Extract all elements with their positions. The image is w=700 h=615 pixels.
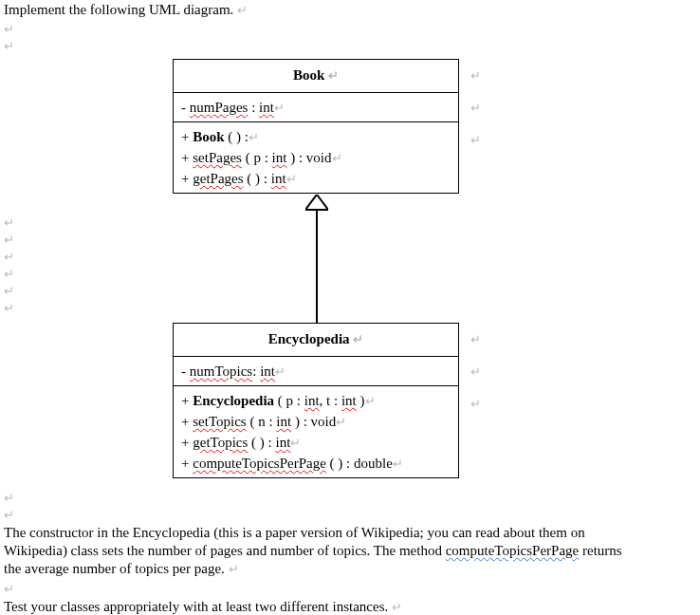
uml-title-book: Book ↵	[174, 60, 458, 93]
op-arg2: int	[341, 393, 357, 408]
uml-book-operations: + Book ( ) :↵ + setPages ( p : int ) : v…	[174, 122, 458, 193]
op-prefix: +	[181, 129, 193, 144]
paragraph-mark-icon: ↵	[229, 562, 239, 576]
paragraph-mark-icon: ↵	[4, 266, 14, 283]
explain-text-a: The constructor in the Encyclopedia (thi…	[4, 525, 585, 540]
paragraph-mark-icon: ↵	[336, 415, 346, 429]
encyc-attr-numtopics: - numTopics: int↵	[181, 361, 451, 382]
attr-type: int	[260, 363, 275, 379]
instruction-line: Implement the following UML diagram. ↵	[4, 0, 696, 19]
attr-sep: :	[252, 363, 260, 379]
paragraph-mark-icon: ↵	[470, 332, 481, 347]
explain-method-name: computeTopicsPerPage	[446, 543, 580, 558]
paragraph-mark-icon: ↵	[470, 364, 481, 380]
uml-class-encyclopedia: Encyclopedia ↵ - numTopics: int↵ + Encyc…	[173, 323, 459, 478]
paragraph-mark-icon: ↵	[4, 38, 14, 55]
op-prefix: +	[181, 435, 193, 450]
op-arg-type: int	[272, 150, 287, 165]
book-op-setpages: + setPages ( p : int ) : void↵	[181, 147, 451, 168]
paragraph-mark-icon: ↵	[392, 600, 402, 614]
op-name: getTopics	[193, 435, 248, 450]
op-sig: ( p :	[274, 393, 304, 408]
paragraph-mark-icon: ↵	[470, 101, 481, 116]
op-sig2: ) : void	[291, 414, 336, 429]
svg-marker-0	[305, 195, 328, 210]
encyc-op-constructor: + Encyclopedia ( p : int, t : int )↵	[181, 390, 451, 411]
paragraph-mark-icon: ↵	[4, 21, 14, 38]
paragraph-mark-icon: ↵	[353, 332, 363, 346]
encyc-op-gettopics: + getTopics ( ) : int↵	[181, 432, 451, 453]
op-sig: ( ) :	[244, 171, 271, 186]
margin-marks-bottom: ↵ ↵	[4, 490, 14, 524]
op-sig: ( p :	[242, 150, 272, 165]
op-prefix: +	[181, 393, 193, 408]
explanation-paragraph: The constructor in the Encyclopedia (thi…	[4, 524, 691, 578]
paragraph-mark-icon: ↵	[286, 172, 297, 186]
op-ret-type: int	[271, 171, 286, 186]
paragraph-mark-icon: ↵	[4, 581, 14, 598]
explain-text-b: Wikipedia) class sets the number of page…	[4, 543, 446, 558]
test-instruction: Test your classes appropriately with at …	[4, 598, 691, 615]
attr-prefix: -	[181, 100, 190, 115]
paragraph-mark-icon: ↵	[4, 283, 14, 300]
op-name: Encyclopedia	[193, 393, 274, 408]
paragraph-mark-icon: ↵	[4, 300, 14, 317]
encyc-title-text: Encyclopedia	[268, 331, 350, 346]
op-name: Book	[193, 129, 224, 144]
paragraph-mark-icon: ↵	[365, 394, 376, 408]
explain-text-d: returns	[579, 543, 621, 558]
paragraph-mark-icon: ↵	[393, 457, 403, 471]
paragraph-mark-icon: ↵	[470, 68, 481, 84]
uml-class-book: Book ↵ - numPages : int↵ + Book ( ) :↵ +…	[173, 59, 459, 194]
op-name: getPages	[193, 171, 243, 186]
op-name: setTopics	[193, 414, 246, 429]
margin-marks-top: ↵ ↵	[4, 21, 14, 55]
paragraph-mark-icon: ↵	[275, 364, 286, 379]
op-name: computeTopicsPerPage	[193, 456, 326, 471]
attr-name: numPages	[190, 100, 249, 115]
uml-title-encyclopedia: Encyclopedia ↵	[174, 324, 458, 357]
explain-text-e: the average number of topics per page.	[4, 561, 225, 576]
op-arg1: int	[304, 393, 320, 408]
op-prefix: +	[181, 456, 193, 471]
op-sig: ( ) :	[225, 129, 249, 144]
paragraph-mark-icon: ↵	[249, 130, 259, 144]
book-op-getpages: + getPages ( ) : int↵	[181, 168, 451, 189]
op-ret-type: int	[276, 435, 291, 450]
uml-encyc-attributes: - numTopics: int↵	[174, 357, 458, 386]
op-close: )	[357, 393, 365, 408]
attr-name: numTopics	[190, 363, 252, 379]
paragraph-mark-icon: ↵	[470, 397, 481, 412]
margin-marks-between-paras: ↵	[4, 581, 14, 598]
paragraph-mark-icon: ↵	[4, 232, 14, 249]
paragraph-mark-icon: ↵	[290, 436, 301, 450]
encyc-op-settopics: + setTopics ( n : int ) : void↵	[181, 411, 451, 432]
op-prefix: +	[181, 171, 193, 186]
inheritance-arrow	[305, 195, 328, 324]
encyc-op-compute: + computeTopicsPerPage ( ) : double↵	[181, 453, 451, 474]
op-prefix: +	[181, 150, 193, 165]
uml-book-attributes: - numPages : int↵	[174, 93, 458, 122]
op-comma: , t :	[320, 393, 341, 408]
attr-prefix: -	[181, 363, 190, 379]
uml-encyc-operations: + Encyclopedia ( p : int, t : int )↵ + s…	[174, 386, 458, 477]
attr-type: int	[259, 100, 274, 115]
book-op-constructor: + Book ( ) :↵	[181, 126, 451, 147]
op-sig: ( n :	[247, 414, 277, 429]
paragraph-mark-icon: ↵	[332, 151, 342, 165]
op-sig: ( ) :	[248, 435, 275, 450]
paragraph-mark-icon: ↵	[328, 68, 339, 83]
instruction-text: Implement the following UML diagram.	[4, 2, 233, 17]
book-attr-numpages: - numPages : int↵	[181, 97, 451, 118]
op-prefix: +	[181, 414, 193, 429]
paragraph-mark-icon: ↵	[4, 490, 14, 507]
op-name: setPages	[193, 150, 242, 165]
paragraph-mark-icon: ↵	[237, 3, 248, 17]
paragraph-mark-icon: ↵	[4, 214, 14, 232]
book-title-text: Book	[293, 67, 324, 83]
page-root: Implement the following UML diagram. ↵ ↵…	[0, 0, 700, 615]
op-arg-type: int	[276, 414, 291, 429]
op-sig: ( ) : double	[326, 456, 393, 471]
op-sig2: ) : void	[286, 150, 331, 165]
paragraph-mark-icon: ↵	[274, 101, 285, 115]
